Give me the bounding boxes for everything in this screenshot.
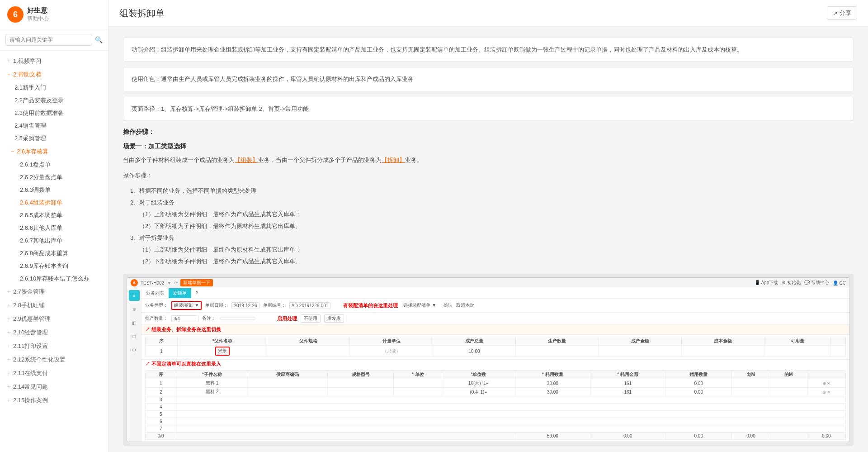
expand-icon-2-12: + — [7, 357, 10, 363]
lcell-op-2: ⊕ ✕ — [807, 388, 845, 396]
app-tab-close[interactable]: × — [191, 288, 203, 298]
lcell-empty-7 — [176, 425, 846, 433]
cell-total-1: 10.00 — [433, 346, 515, 357]
annotation-1: 有装配清单的在这里处理 — [343, 302, 398, 309]
app-form-row2: 批产数量： 3/4 备注： 启用处理 不使用 发发发 — [142, 313, 849, 325]
form-date-value[interactable]: 2019-12-26 — [231, 302, 259, 309]
sidebar-item-2-6-8[interactable]: 2.6.8商品成本重算 — [0, 247, 108, 260]
sidebar-item-2-4[interactable]: 2.4销售管理 — [0, 119, 108, 132]
form-btn-confirm[interactable]: 确认 — [443, 302, 453, 309]
step-3-1: （1）上部明细为父件明细，最终作为原材料生成其它出库单； — [139, 244, 854, 256]
lower-table-row-1: 1 黑料 1 10(大)+1= 30.00 161 0.00 — [146, 379, 846, 388]
form-btn-cancel2[interactable]: 取消本次 — [456, 302, 474, 309]
sidebar-item-2-6-4[interactable]: 2.6.4组装拆卸单 — [0, 196, 108, 209]
lower-table-footer: 0/0 59.00 0.00 0.00 0.00 0.00 — [146, 433, 846, 440]
lcell-seq-2: 2 — [146, 388, 176, 396]
search-input[interactable] — [5, 34, 92, 46]
lcell-seq-3: 3 — [146, 396, 176, 404]
sidebar-item-2-2[interactable]: 2.2产品安装及登录 — [0, 94, 108, 107]
sidebar-item-2[interactable]: − 2.帮助文档 — [0, 68, 108, 81]
sidebar-label-1: 1.视频学习 — [13, 57, 42, 65]
sidebar-label-2-6: 2.6库存核算 — [17, 147, 48, 156]
sidebar-item-2-14[interactable]: + 2.14常见问题 — [0, 380, 108, 394]
expand-icon-1: + — [7, 58, 10, 64]
sidebar-label-2-12: 2.12系统个性化设置 — [13, 356, 66, 364]
form-remark-value[interactable] — [219, 318, 255, 319]
upper-table-row-1: 1 米米 （只读） 10.00 — [146, 346, 846, 357]
lcell-name-1: 黑料 1 — [176, 379, 248, 388]
app-nav-icon-5[interactable]: ⚙ — [129, 344, 140, 355]
app-new-doc-btn[interactable]: 新建单据一下 — [180, 279, 213, 286]
app-tab-new[interactable]: 新建单 — [169, 288, 191, 298]
form-qty-value[interactable]: 3/4 — [171, 315, 198, 322]
col-total-qty: 成产总量 — [433, 337, 515, 346]
path-text: 页面路径：1、库存核算->库存管理->组装拆卸单 2、首页->常用功能 — [132, 105, 309, 112]
lcell-gqty-2: 0.00 — [665, 388, 731, 396]
search-icon[interactable]: 🔍 — [95, 36, 103, 43]
sidebar-label-2-15: 2.15操作案例 — [13, 396, 48, 404]
sidebar-item-2-11[interactable]: + 2.11打印设置 — [0, 339, 108, 353]
sidebar-item-2-8[interactable]: + 2.8手机旺铺 — [0, 299, 108, 312]
cell-prodamt-1 — [599, 346, 681, 357]
row-copy-1[interactable]: ⊕ — [822, 381, 826, 386]
role-text: 使用角色：通常由生产人员或库管人员完成拆装业务的操作，库管人员确认原材料的出库和… — [132, 76, 414, 82]
sidebar-item-2-6-5[interactable]: 2.6.5成本调整单 — [0, 209, 108, 222]
sidebar-label-2-13: 2.13在线支付 — [13, 369, 48, 377]
sidebar-item-2-6-7[interactable]: 2.6.7其他出库单 — [0, 234, 108, 247]
row-del-1[interactable]: ✕ — [827, 381, 830, 386]
app-nav-icon-2[interactable]: ⊕ — [129, 304, 140, 314]
sidebar-item-2-7[interactable]: + 2.7资金管理 — [0, 285, 108, 299]
col-cost-amt: 成本金额 — [681, 337, 764, 346]
footer-amt3: 0.00 — [731, 433, 770, 440]
sidebar-label-2-10: 2.10经营管理 — [13, 328, 48, 337]
lcell-uqty-2: (0.4+1)= — [442, 388, 515, 396]
lcell-m2-2 — [770, 388, 807, 396]
form-type-select[interactable]: 组装/拆卸 ▼ — [171, 301, 202, 310]
sidebar-item-2-9[interactable]: + 2.9优惠券管理 — [0, 312, 108, 326]
cell-name-input-1[interactable]: 米米 — [215, 347, 230, 356]
lcell-seq-1: 1 — [146, 379, 176, 388]
sidebar-item-1[interactable]: + 1.视频学习 — [0, 54, 108, 68]
sidebar-item-2-1[interactable]: 2.1新手入门 — [0, 81, 108, 94]
app-form-row: 业务类型： 组装/拆卸 ▼ 单据日期： 2019-12-26 单据编号： AD-… — [142, 299, 849, 313]
sidebar-item-2-6-3[interactable]: 2.6.3调拨单 — [0, 184, 108, 196]
form-enable-btn[interactable]: 不使用 — [301, 314, 321, 323]
col-parent-name: *父件名称 — [178, 337, 267, 346]
expand-icon-2-6: − — [11, 148, 14, 155]
row-del-2[interactable]: ✕ — [827, 390, 830, 395]
lcell-m1-2 — [731, 388, 770, 396]
sidebar-item-2-6-6[interactable]: 2.6.6其他入库单 — [0, 222, 108, 234]
form-enable-btn2[interactable]: 发发发 — [324, 314, 344, 323]
sidebar-item-2-3[interactable]: 2.3使用前数据准备 — [0, 107, 108, 119]
expand-icon-2-11: + — [7, 343, 10, 349]
sidebar-item-2-5[interactable]: 2.5采购管理 — [0, 132, 108, 145]
row-copy-2[interactable]: ⊕ — [822, 390, 826, 395]
feature-block: 功能介绍：组装拆卸单用来处理企业组装或拆卸等加工业务，支持有固定装配清单的产品加… — [123, 38, 854, 62]
sidebar-item-2-6-1[interactable]: 2.6.1盘点单 — [0, 158, 108, 171]
lcell-spec-2 — [328, 388, 394, 396]
app-refresh-icon: ⟳ — [174, 281, 178, 285]
lcell-empty-3 — [176, 396, 846, 404]
lcol-supplier-code: 供应商编码 — [248, 371, 327, 379]
form-label-no: 单据编号： — [263, 302, 286, 309]
sidebar-label-2-14: 2.14常见问题 — [13, 383, 48, 391]
sidebar-item-2-12[interactable]: + 2.12系统个性化设置 — [0, 353, 108, 366]
app-nav-icon-3[interactable]: ◧ — [129, 317, 140, 328]
sidebar-item-2-13[interactable]: + 2.13在线支付 — [0, 366, 108, 380]
sidebar-item-2-6-10[interactable]: 2.6.10库存账本错了怎么办 — [0, 272, 108, 285]
app-nav-icon-4[interactable]: □ — [129, 331, 140, 342]
cell-name-1: 米米 — [178, 346, 267, 357]
sidebar-item-2-15[interactable]: + 2.15操作案例 — [0, 394, 108, 407]
app-tab-list[interactable]: 业务列表 — [142, 288, 169, 298]
screenshot-container: 6 TEST-H002 ▼ ⟳ 新建单据一下 📱 App下载 ⚙ 初始化 💬 帮… — [123, 274, 854, 446]
app-user-icon: 👤 CC — [833, 281, 846, 285]
sidebar-item-2-6[interactable]: − 2.6库存核算 — [0, 145, 108, 158]
expand-icon-2-15: + — [7, 397, 10, 404]
upper-table: 序 *父件名称 父件规格 计量单位 成产总量 生产数量 成产金额 成本金额 可用 — [145, 337, 846, 357]
sidebar-item-2-10[interactable]: + 2.10经营管理 — [0, 326, 108, 339]
share-button[interactable]: ↗ 分享 — [827, 6, 857, 20]
sidebar-item-2-6-2[interactable]: 2.6.2分量盘点单 — [0, 171, 108, 184]
form-no-value[interactable]: AD-20191226-001 — [289, 302, 331, 309]
sidebar-item-2-6-9[interactable]: 2.6.9库存账本查询 — [0, 260, 108, 272]
app-nav-icon-1[interactable]: ≡ — [129, 290, 140, 301]
